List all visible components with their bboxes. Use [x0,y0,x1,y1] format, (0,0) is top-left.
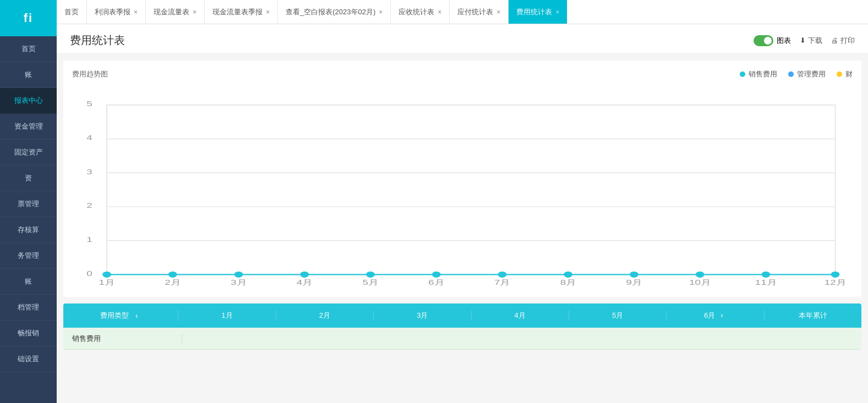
svg-text:2: 2 [86,201,92,209]
svg-text:2月: 2月 [165,278,181,286]
sidebar-logo: fi [0,0,57,36]
svg-point-33 [630,272,638,278]
tab-close-profit-quarterly[interactable]: × [134,8,138,16]
sidebar-item-archive[interactable]: 档管理 [0,295,57,321]
content-area: 费用统计表 图表 ⬇ 下载 🖨 打印 费用趋势图 [57,24,868,403]
svg-text:3月: 3月 [231,278,247,286]
svg-text:0: 0 [86,269,92,277]
line-chart-svg: 0 1 2 3 4 5 1月 2月 [72,85,853,288]
tab-profit-quarterly[interactable]: 利润表季报 × [87,0,146,24]
th-month5: 5月 [569,311,667,321]
table-header: 费用类型 ‹ 1月 2月 3月 4月 5月 6月 › 本年累计 [63,303,861,328]
sidebar-item-ledger[interactable]: 账 [0,269,57,295]
svg-text:11月: 11月 [755,278,777,286]
sidebar-item-reports[interactable]: 报表中心 [0,88,57,114]
th-month6: 6月 › [667,311,764,321]
sidebar-item-resource[interactable]: 资 [0,165,57,191]
main-area: 首页 利润表季报 × 现金流量表 × 现金流量表季报 × 查看_空白报表(202… [57,0,868,403]
chart-section: 费用趋势图 销售费用 管理费用 财 [63,60,861,297]
svg-point-30 [432,272,441,278]
sidebar-item-funds[interactable]: 资金管理 [0,114,57,140]
legend-dot-finance [837,71,842,77]
th-month2: 2月 [276,311,374,321]
tab-expense[interactable]: 费用统计表 × [509,0,567,24]
tab-receivable[interactable]: 应收统计表 × [391,0,450,24]
sidebar-item-service[interactable]: 务管理 [0,243,57,269]
svg-text:7月: 7月 [494,278,510,286]
print-button[interactable]: 🖨 打印 [831,36,855,46]
sidebar-item-account[interactable]: 账 [0,62,57,88]
sidebar-item-expense[interactable]: 畅报销 [0,321,57,346]
table-row: 销售费用 [63,328,861,350]
tab-close-receivable[interactable]: × [438,8,441,16]
prev-period-button[interactable]: ‹ [132,310,141,321]
th-type: 费用类型 ‹ [63,310,178,321]
legend-dot-sales [740,71,745,77]
chart-toggle-wrap[interactable]: 图表 [754,35,791,46]
th-month3: 3月 [374,311,471,321]
th-month1: 1月 [178,311,276,321]
page-title: 费用统计表 [70,33,125,48]
th-month4: 4月 [472,311,569,321]
svg-text:10月: 10月 [689,278,711,286]
svg-text:9月: 9月 [626,278,642,286]
svg-text:1: 1 [86,235,92,244]
svg-text:5: 5 [86,100,92,108]
chart-legend: 销售费用 管理费用 财 [740,69,853,79]
svg-text:3: 3 [86,167,92,175]
page-header: 费用统计表 图表 ⬇ 下载 🖨 打印 [57,24,868,54]
chart-toggle[interactable] [754,35,773,46]
legend-label-admin: 管理费用 [797,69,826,79]
svg-text:6月: 6月 [428,278,444,286]
sidebar-item-invoice[interactable]: 票管理 [0,191,57,217]
sidebar-item-home[interactable]: 首页 [0,36,57,62]
svg-text:4月: 4月 [297,278,313,286]
sidebar-item-inventory[interactable]: 存核算 [0,217,57,243]
next-period-button[interactable]: › [717,310,727,321]
chart-header: 费用趋势图 销售费用 管理费用 财 [72,69,853,79]
svg-text:1月: 1月 [99,278,115,286]
sidebar-item-settings[interactable]: 础设置 [0,346,57,372]
svg-point-31 [498,272,507,278]
svg-point-32 [564,272,572,278]
svg-text:4: 4 [86,134,92,142]
svg-point-29 [366,272,375,278]
tab-bar: 首页 利润表季报 × 现金流量表 × 现金流量表季报 × 查看_空白报表(202… [57,0,868,24]
svg-text:8月: 8月 [560,278,576,286]
tab-close-cashflow[interactable]: × [193,8,196,16]
legend-finance: 财 [837,69,853,79]
download-button[interactable]: ⬇ 下载 [800,36,822,46]
tab-close-payable[interactable]: × [496,8,500,16]
legend-label-sales: 销售费用 [749,69,777,79]
svg-point-25 [102,272,111,278]
tab-home[interactable]: 首页 [57,0,87,24]
chart-title: 费用趋势图 [72,69,108,79]
chart-container: 0 1 2 3 4 5 1月 2月 [72,85,853,288]
svg-point-27 [234,272,243,278]
tab-close-expense[interactable]: × [555,8,559,16]
svg-point-34 [696,272,705,278]
tab-close-blank-report[interactable]: × [379,8,383,16]
sidebar: fi 首页 账 报表中心 资金管理 固定资产 资 票管理 存核算 务管理 账 档… [0,0,57,403]
tab-payable[interactable]: 应付统计表 × [450,0,509,24]
svg-rect-12 [107,105,835,274]
tab-close-cashflow-quarterly[interactable]: × [266,8,270,16]
th-ytd: 本年累计 [765,311,861,321]
data-table: 费用类型 ‹ 1月 2月 3月 4月 5月 6月 › 本年累计 销售费用 [63,303,861,350]
svg-point-28 [300,272,309,278]
chart-toggle-label: 图表 [777,36,791,46]
tab-cashflow[interactable]: 现金流量表 × [146,0,205,24]
header-actions: 图表 ⬇ 下载 🖨 打印 [754,35,855,46]
sidebar-item-assets[interactable]: 固定资产 [0,140,57,165]
tab-cashflow-quarterly[interactable]: 现金流量表季报 × [205,0,278,24]
svg-text:5月: 5月 [363,278,379,286]
svg-point-36 [831,272,840,278]
svg-point-26 [168,272,177,278]
legend-label-finance: 财 [845,69,853,79]
svg-point-35 [762,272,771,278]
tab-blank-report[interactable]: 查看_空白报表(2023年02月) × [278,0,391,24]
td-type-sales: 销售费用 [63,334,182,344]
legend-sales: 销售费用 [740,69,777,79]
print-icon: 🖨 [831,36,838,45]
download-icon: ⬇ [800,36,806,45]
